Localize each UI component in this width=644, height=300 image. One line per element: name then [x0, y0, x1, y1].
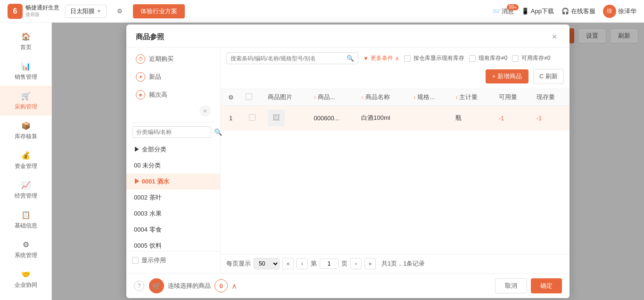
modal-overlay: 商品参照 × ⏱ 近期购买 ✦ 新品 [52, 23, 644, 300]
nav-right: 📨 消息 99+ 📱 App下载 🎧 在线客服 徐 徐泽华 [492, 5, 636, 18]
nav-selector[interactable]: 日太阳膜 ▼ [65, 5, 107, 18]
last-page-button[interactable]: » [364, 258, 376, 269]
sidebar-item-sales[interactable]: 📊 销售管理 [0, 56, 51, 86]
table-header-row: ⚙ 商品图片 ↕ 商品... [221, 89, 570, 106]
th-checkbox[interactable] [241, 89, 263, 106]
th-image[interactable]: 商品图片 [263, 89, 309, 106]
cat-tea[interactable]: 0002 茶叶 [126, 190, 220, 206]
prev-page-button[interactable]: ‹ [297, 258, 308, 269]
cat-uncategorized[interactable]: 00 未分类 [126, 158, 220, 174]
category-tree: ▶ 全部分类 00 未分类 ▶ 0001 酒水 0002 茶叶 [126, 140, 220, 251]
cat-tea-label: 0002 茶叶 [134, 193, 162, 202]
cat-all[interactable]: ▶ 全部分类 [126, 142, 220, 158]
th-spec[interactable]: ↕ 规格... [409, 89, 451, 106]
filter-button[interactable]: ▼ 更多条件 ∧ [363, 54, 399, 62]
modal-close-button[interactable]: × [549, 31, 560, 42]
sidebar-item-basic-info[interactable]: 📋 基础信息 [0, 205, 51, 234]
cancel-button[interactable]: 取消 [495, 278, 527, 293]
online-service-item[interactable]: 🎧 在线客服 [561, 7, 595, 16]
cat-fruit[interactable]: 0003 水果 [126, 206, 220, 222]
sidebar-label-operations: 经营管理 [15, 192, 37, 200]
recent-buy-label: 近期购买 [149, 55, 173, 63]
user-avatar: 徐 [603, 5, 616, 18]
th-stock[interactable]: 现存量 [532, 89, 570, 106]
td-checkbox[interactable] [241, 106, 263, 131]
inventory-icon: 📦 [21, 120, 31, 131]
th-settings[interactable]: ⚙ [221, 89, 241, 106]
add-product-button[interactable]: + 新增商品 [486, 69, 528, 83]
cat-liquor[interactable]: ▶ 0001 酒水 [126, 174, 220, 190]
th-code[interactable]: ↕ 商品... [309, 89, 356, 106]
high-freq-item[interactable]: ★ 频次高 [132, 87, 215, 102]
cat-all-label: ▶ 全部分类 [134, 145, 166, 154]
product-search-input[interactable] [231, 55, 344, 62]
recent-buy-item[interactable]: ⏱ 近期购买 [132, 51, 215, 67]
logo-icon: 6 [8, 4, 23, 19]
cat-fruit-label: 0003 水果 [134, 209, 162, 218]
sidebar-item-system[interactable]: ⚙ 系统管理 [0, 234, 51, 264]
cat-beverage[interactable]: 0005 饮料 [126, 238, 220, 251]
sidebar-item-inventory[interactable]: 📦 库存核算 [0, 116, 51, 145]
collapse-cart-icon[interactable]: ∧ [231, 282, 237, 291]
category-search-input[interactable] [132, 126, 211, 138]
gear-button[interactable]: ⚙ [112, 4, 127, 19]
show-disabled-row: 显示停用 [126, 251, 220, 269]
help-icon[interactable]: ? [134, 281, 144, 291]
app-download-item[interactable]: 📱 App下载 [521, 7, 554, 16]
product-search-icon[interactable]: 🔍 [347, 55, 354, 62]
collapse-button[interactable]: « [199, 105, 211, 117]
nav-selector-arrow: ▼ [97, 8, 101, 14]
sidebar-item-operations[interactable]: 📈 经营管理 [0, 175, 51, 205]
checkbox-available-row: 可用库存≠0 [512, 54, 550, 62]
th-available[interactable]: 可用量 [494, 89, 532, 106]
trial-button[interactable]: 体验行业方案 [133, 4, 185, 18]
checkbox-available-stock[interactable] [512, 55, 519, 62]
purchase-icon: 🛒 [21, 91, 31, 101]
sidebar-item-purchase[interactable]: 🛒 采购管理 [0, 86, 51, 116]
sidebar-item-home[interactable]: 🏠 首页 [0, 26, 51, 56]
refresh-button[interactable]: C 刷新 [533, 69, 564, 84]
messages-item[interactable]: 📨 消息 99+ [492, 7, 514, 16]
confirm-button[interactable]: 确定 [531, 278, 562, 293]
product-table-wrap: ⚙ 商品图片 ↕ 商品... [221, 89, 570, 254]
product-image: 🖼 [268, 109, 285, 126]
sidebar-item-enterprise[interactable]: 🤝 企业协同 [0, 264, 51, 294]
th-unit[interactable]: ↕ 主计量 [451, 89, 494, 106]
th-name[interactable]: ↕ 商品名称 [356, 89, 409, 106]
sidebar-label-finance: 资金管理 [15, 162, 37, 170]
filter-icon: ▼ [363, 55, 369, 62]
phone-icon: 📱 [521, 8, 529, 15]
td-spec [409, 106, 451, 131]
first-page-button[interactable]: « [282, 258, 294, 269]
per-page-select[interactable]: 50 10 20 100 [254, 258, 280, 269]
sidebar-item-finance[interactable]: 💰 资金管理 [0, 145, 51, 175]
next-page-button[interactable]: › [350, 258, 362, 269]
cart-icon[interactable]: 🛒 [149, 278, 164, 293]
page-number-input[interactable] [320, 258, 339, 269]
clock-icon: ⏱ [136, 54, 145, 64]
sidebar-label-sales: 销售管理 [15, 73, 37, 81]
row-checkbox[interactable] [249, 114, 256, 121]
cat-snack[interactable]: 0004 零食 [126, 222, 220, 238]
checkbox-existing-stock[interactable] [469, 55, 476, 62]
show-disabled-checkbox[interactable] [132, 257, 139, 264]
online-service-label: 在线客服 [571, 7, 595, 16]
checkbox-warehouse-stock[interactable] [404, 55, 411, 62]
cart-count: 0 [215, 279, 228, 292]
headset-icon: 🎧 [561, 8, 569, 15]
left-panel-top: ⏱ 近期购买 ✦ 新品 ★ 频次高 « [126, 51, 220, 120]
new-item[interactable]: ✦ 新品 [132, 69, 215, 84]
per-page-label: 每页显示 [226, 259, 251, 268]
sidebar-item-guide[interactable]: 🌟 新手引导 [0, 294, 51, 300]
table-row[interactable]: 1 🖼 000600... 白酒100ml [221, 106, 570, 131]
filter-label: 更多条件 [371, 54, 393, 62]
cat-liquor-label: ▶ 0001 酒水 [134, 177, 169, 186]
logo-text: 畅捷通好生意 [25, 4, 59, 12]
user-item[interactable]: 徐 徐泽华 [603, 5, 636, 18]
nav-selector-label: 日太阳膜 [70, 7, 95, 16]
cart-label: 连续选择的商品 [168, 282, 211, 290]
operations-icon: 📈 [21, 180, 31, 190]
high-freq-label: 频次高 [149, 91, 167, 99]
product-search-bar[interactable]: 🔍 [226, 52, 358, 64]
main-layout: 🏠 首页 📊 销售管理 🛒 采购管理 📦 库存核算 💰 资金管理 📈 经营管理 … [0, 23, 644, 300]
